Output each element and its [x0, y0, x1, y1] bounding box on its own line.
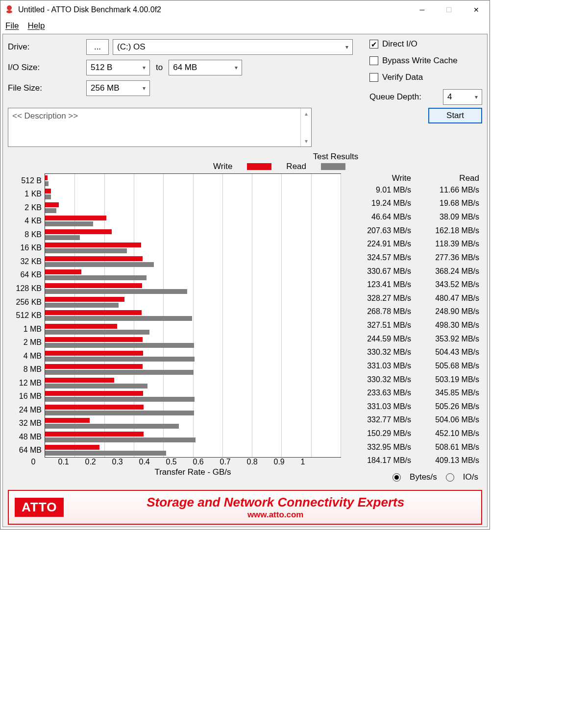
svg-point-1	[6, 10, 12, 13]
description-textarea[interactable]: << Description >> ▴▾	[8, 108, 312, 147]
results-title: Test Results	[189, 152, 482, 162]
titlebar: Untitled - ATTO Disk Benchmark 4.00.0f2 …	[0, 0, 490, 19]
io-per-sec-radio[interactable]	[446, 473, 454, 482]
x-axis-tick: 1	[301, 458, 328, 466]
app-icon	[4, 5, 14, 15]
x-axis-tick: 0.4	[139, 458, 166, 466]
bar-row	[45, 201, 341, 215]
bar-row	[45, 309, 341, 322]
queue-depth-label: Queue Depth:	[369, 92, 421, 102]
iosize-label: I/O Size:	[8, 63, 86, 73]
read-swatch	[321, 163, 345, 170]
io-size-to-select[interactable]: 64 MB▾	[169, 60, 242, 75]
start-button[interactable]: Start	[428, 108, 482, 123]
drive-select[interactable]: (C:) OS▾	[113, 39, 353, 55]
scrollbar[interactable]: ▴▾	[300, 108, 311, 146]
table-row: 330.32 MB/s503.19 MB/s	[346, 373, 482, 387]
table-row: 332.77 MB/s504.06 MB/s	[346, 413, 482, 427]
results-table-header: Write Read	[346, 173, 482, 183]
bar-row	[45, 242, 341, 255]
bar-row	[45, 268, 341, 282]
chevron-down-icon: ▾	[143, 64, 146, 71]
x-axis-tick: 0.5	[166, 458, 193, 466]
bar-row	[45, 336, 341, 349]
bar-row	[45, 322, 341, 336]
y-axis-label: 128 KB	[8, 282, 44, 295]
direct-io-checkbox[interactable]: ✔ Direct I/O	[369, 39, 482, 49]
table-row: 19.24 MB/s19.68 MB/s	[346, 197, 482, 211]
window-title: Untitled - ATTO Disk Benchmark 4.00.0f2	[18, 5, 409, 14]
verify-data-checkbox[interactable]: Verify Data	[369, 73, 482, 82]
y-axis-label: 2 KB	[8, 201, 44, 215]
table-row: 224.91 MB/s118.39 MB/s	[346, 238, 482, 251]
bar-row	[45, 228, 341, 242]
bar-row	[45, 390, 341, 404]
bar-row	[45, 215, 341, 228]
y-axis-label: 32 MB	[8, 417, 44, 431]
io-size-from-select[interactable]: 512 B▾	[86, 60, 150, 75]
svg-point-0	[7, 5, 12, 10]
y-axis-label: 64 MB	[8, 444, 44, 458]
table-row: 331.03 MB/s505.68 MB/s	[346, 359, 482, 373]
x-axis-tick: 0.7	[220, 458, 247, 466]
minimize-button[interactable]: ─	[409, 0, 436, 19]
table-row: 123.41 MB/s343.52 MB/s	[346, 278, 482, 291]
menu-bar: File Help	[0, 19, 490, 34]
file-size-select[interactable]: 256 MB▾	[86, 80, 150, 96]
checkbox-icon	[369, 56, 378, 65]
chevron-up-icon: ▴	[305, 110, 308, 117]
y-axis-label: 512 KB	[8, 309, 44, 322]
y-axis-label: 48 MB	[8, 430, 44, 444]
table-row: 184.17 MB/s409.13 MB/s	[346, 454, 482, 468]
footer-url[interactable]: www.atto.com	[75, 510, 475, 520]
chevron-down-icon: ▾	[305, 138, 308, 145]
drive-label: Drive:	[8, 42, 86, 52]
bar-row	[45, 444, 341, 458]
y-axis-label: 12 MB	[8, 376, 44, 390]
filesize-label: File Size:	[8, 83, 86, 93]
menu-help[interactable]: Help	[27, 21, 45, 31]
table-row: 233.63 MB/s345.85 MB/s	[346, 386, 482, 400]
bar-row	[45, 403, 341, 417]
y-axis-label: 16 KB	[8, 242, 44, 255]
menu-file[interactable]: File	[5, 21, 19, 31]
y-axis-label: 4 KB	[8, 215, 44, 228]
io-to-label: to	[156, 63, 163, 73]
table-row: 150.29 MB/s452.10 MB/s	[346, 427, 482, 440]
checkbox-icon: ✔	[369, 40, 378, 49]
y-axis-label: 8 MB	[8, 363, 44, 376]
bar-row	[45, 295, 341, 309]
bar-row	[45, 430, 341, 444]
table-row: 268.78 MB/s248.90 MB/s	[346, 305, 482, 319]
y-axis-label: 64 KB	[8, 268, 44, 282]
y-axis-label: 4 MB	[8, 349, 44, 363]
app-window: Untitled - ATTO Disk Benchmark 4.00.0f2 …	[0, 0, 490, 530]
maximize-button[interactable]: ☐	[436, 0, 463, 19]
bytes-per-sec-radio[interactable]	[392, 473, 401, 482]
x-axis-title: Transfer Rate - GB/s	[45, 467, 341, 477]
queue-depth-select[interactable]: 4▾	[443, 89, 482, 105]
client-area: Drive: ... (C:) OS▾ I/O Size: 512 B▾ to …	[2, 34, 488, 527]
x-axis-tick: 0.2	[85, 458, 112, 466]
table-row: 330.67 MB/s368.24 MB/s	[346, 265, 482, 278]
table-row: 324.57 MB/s277.36 MB/s	[346, 251, 482, 265]
bypass-write-cache-checkbox[interactable]: Bypass Write Cache	[369, 56, 482, 66]
chart-legend: Write Read	[76, 162, 482, 171]
x-axis-tick: 0.9	[274, 458, 301, 466]
chevron-down-icon: ▾	[143, 85, 146, 92]
drive-browse-button[interactable]: ...	[86, 39, 109, 55]
chevron-down-icon: ▾	[345, 44, 348, 50]
table-row: 332.95 MB/s508.61 MB/s	[346, 440, 482, 454]
close-button[interactable]: ✕	[463, 0, 490, 19]
results-chart: 512 B1 KB2 KB4 KB8 KB16 KB32 KB64 KB128 …	[45, 173, 341, 458]
y-axis-label: 1 KB	[8, 188, 44, 201]
footer-banner: ATTO Storage and Network Connectivity Ex…	[8, 490, 482, 525]
y-axis-label: 256 KB	[8, 295, 44, 309]
checkbox-icon	[369, 73, 378, 82]
table-row: 330.32 MB/s504.43 MB/s	[346, 346, 482, 360]
results-table: 9.01 MB/s11.66 MB/s19.24 MB/s19.68 MB/s4…	[346, 183, 482, 467]
y-axis-label: 1 MB	[8, 322, 44, 336]
bar-row	[45, 188, 341, 201]
bar-row	[45, 349, 341, 363]
y-axis-label: 16 MB	[8, 390, 44, 404]
